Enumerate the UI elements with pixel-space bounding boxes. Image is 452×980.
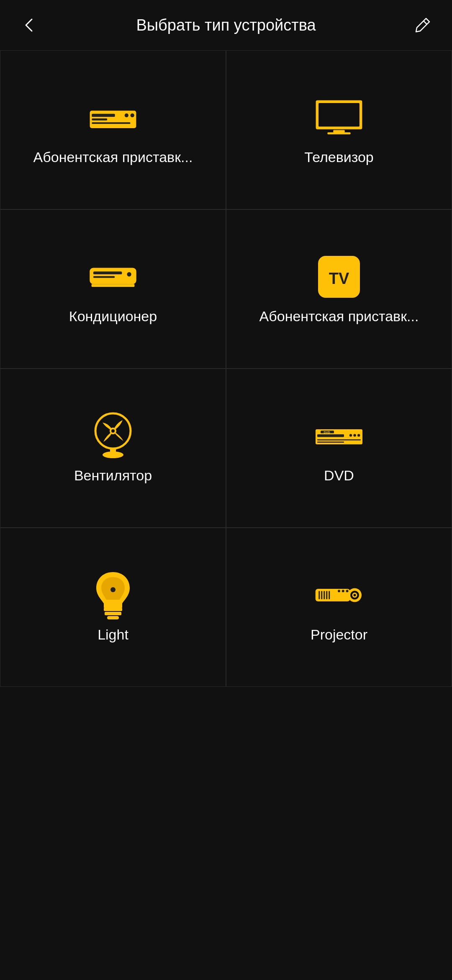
device-tv-box[interactable]: TV Абонентская приставк...: [226, 209, 452, 369]
svg-rect-43: [324, 591, 325, 599]
dvd-icon: DVD: [314, 417, 364, 455]
ac-icon: [88, 258, 138, 296]
header: Выбрать тип устройства: [0, 0, 452, 50]
svg-line-0: [424, 21, 427, 24]
device-ac[interactable]: Кондиционер: [0, 209, 226, 369]
device-fan-label: Вентилятор: [74, 467, 152, 484]
svg-rect-12: [93, 271, 122, 274]
svg-rect-31: [317, 441, 344, 442]
svg-rect-34: [107, 616, 119, 619]
svg-rect-44: [326, 591, 327, 599]
device-dvd[interactable]: DVD DVD: [226, 369, 452, 528]
device-tv-box-label: Абонентская приставк...: [259, 308, 419, 325]
device-set-top-box[interactable]: Абонентская приставк...: [0, 50, 226, 209]
device-light[interactable]: Light: [0, 528, 226, 687]
svg-rect-15: [92, 284, 135, 287]
projector-icon: [314, 576, 364, 614]
svg-rect-36: [316, 589, 350, 601]
device-ac-label: Кондиционер: [69, 308, 157, 325]
svg-point-27: [349, 434, 352, 436]
back-button[interactable]: [17, 13, 42, 38]
svg-point-47: [342, 590, 344, 592]
svg-point-6: [131, 113, 134, 117]
light-icon: [88, 576, 138, 614]
svg-rect-41: [318, 591, 320, 599]
svg-rect-24: [317, 434, 344, 437]
svg-rect-10: [327, 132, 350, 134]
svg-rect-30: [317, 439, 361, 440]
tv-box-icon: TV: [314, 258, 364, 296]
device-tv[interactable]: Телевизор: [226, 50, 452, 209]
svg-rect-42: [321, 591, 322, 599]
svg-text:DVD: DVD: [324, 430, 330, 434]
svg-rect-8: [318, 103, 360, 126]
device-light-label: Light: [98, 627, 128, 643]
device-tv-label: Телевизор: [304, 149, 373, 165]
device-projector-label: Projector: [311, 627, 367, 643]
svg-point-20: [111, 429, 115, 433]
device-fan[interactable]: Вентилятор: [0, 369, 226, 528]
svg-rect-4: [92, 122, 130, 124]
svg-rect-9: [333, 130, 345, 132]
device-dvd-label: DVD: [324, 467, 354, 484]
set-top-box-icon: [88, 99, 138, 137]
svg-point-14: [127, 272, 131, 276]
device-set-top-box-label: Абонентская приставк...: [33, 149, 193, 165]
svg-point-28: [353, 434, 356, 436]
svg-point-46: [338, 590, 340, 592]
svg-rect-33: [105, 612, 121, 615]
svg-rect-3: [92, 119, 107, 121]
tv-icon: [314, 99, 364, 137]
svg-point-29: [357, 434, 360, 436]
svg-point-35: [110, 587, 116, 592]
device-grid: Абонентская приставк... Телевизор Кондиц…: [0, 50, 452, 687]
svg-rect-32: [104, 608, 122, 611]
svg-rect-2: [92, 114, 115, 117]
edit-button[interactable]: [410, 13, 435, 38]
fan-icon: [88, 417, 138, 455]
device-projector[interactable]: Projector: [226, 528, 452, 687]
svg-rect-13: [93, 276, 115, 278]
svg-text:TV: TV: [329, 270, 349, 287]
svg-point-5: [125, 113, 128, 117]
page-title: Выбрать тип устройства: [42, 16, 410, 34]
svg-point-48: [346, 590, 349, 592]
svg-rect-45: [329, 591, 330, 599]
svg-point-22: [103, 451, 123, 458]
svg-point-40: [354, 594, 356, 596]
